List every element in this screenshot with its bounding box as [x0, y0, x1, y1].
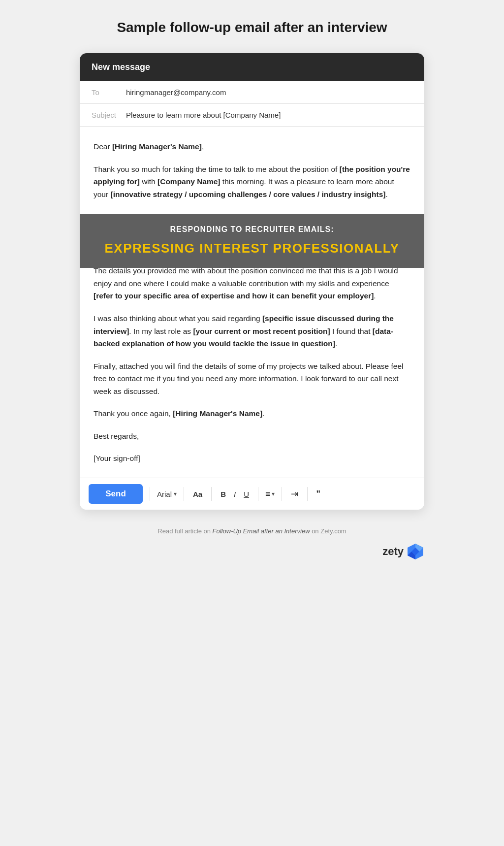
- thank-you-paragraph: Thank you once again, [Hiring Manager's …: [94, 407, 410, 420]
- toolbar-separator-3: [211, 487, 212, 501]
- toolbar-separator-4: [258, 487, 258, 501]
- quote-button[interactable]: ": [316, 489, 321, 499]
- body-paragraph-2: The details you provided me with about t…: [94, 264, 410, 302]
- email-body: Dear [Hiring Manager's Name], Thank you …: [80, 127, 424, 478]
- subject-label: Subject: [92, 111, 126, 119]
- email-to-field: To hiringmanager@company.com: [80, 81, 424, 104]
- body-paragraph-1: Thank you so much for taking the time to…: [94, 163, 410, 201]
- toolbar-separator-1: [150, 487, 150, 501]
- brand-name: zety: [382, 545, 404, 558]
- font-size-button[interactable]: Aa: [193, 490, 202, 498]
- sign-off-placeholder: [Your sign-off]: [94, 452, 410, 465]
- align-dropdown-arrow: ▾: [272, 490, 275, 497]
- subject-value: Pleasure to learn more about [Company Na…: [126, 111, 281, 119]
- bold-button[interactable]: B: [220, 490, 226, 498]
- salutation-paragraph: Dear [Hiring Manager's Name],: [94, 140, 410, 153]
- footer: Read full article on Follow-Up Email aft…: [158, 527, 346, 535]
- sign-off: Best regards,: [94, 430, 410, 443]
- font-selector[interactable]: Arial ▾: [157, 490, 177, 498]
- to-label: To: [92, 88, 126, 97]
- toolbar-separator-6: [307, 487, 308, 501]
- overlay-title: EXPRESSING INTEREST PROFESSIONALLY: [85, 238, 419, 259]
- align-button[interactable]: ≡ ▾: [265, 489, 275, 499]
- font-dropdown-arrow: ▾: [174, 490, 177, 497]
- email-toolbar: Send Arial ▾ Aa B I U ≡ ▾ ⇥ ": [80, 478, 424, 510]
- underline-button[interactable]: U: [244, 490, 249, 498]
- footer-article-link: Follow-Up Email after an Interview: [213, 527, 310, 535]
- italic-button[interactable]: I: [234, 490, 236, 498]
- send-button[interactable]: Send: [89, 484, 143, 504]
- body-paragraph-3: I was also thinking about what you said …: [94, 312, 410, 350]
- page-title: Sample follow-up email after an intervie…: [117, 20, 387, 35]
- overlay-subtitle: RESPONDING TO RECRUITER EMAILS:: [85, 223, 419, 236]
- zety-logo: zety: [80, 543, 424, 560]
- email-card: New message To hiringmanager@company.com…: [80, 53, 424, 510]
- to-value: hiringmanager@company.com: [126, 88, 226, 97]
- email-subject-field: Subject Pleasure to learn more about [Co…: [80, 104, 424, 127]
- toolbar-separator-5: [282, 487, 282, 501]
- body-paragraph-4: Finally, attached you will find the deta…: [94, 360, 410, 398]
- indent-button[interactable]: ⇥: [291, 488, 298, 499]
- toolbar-separator-2: [184, 487, 184, 501]
- zety-icon: [407, 543, 424, 560]
- overlay-banner: RESPONDING TO RECRUITER EMAILS: EXPRESSI…: [80, 214, 424, 268]
- email-header: New message: [80, 53, 424, 81]
